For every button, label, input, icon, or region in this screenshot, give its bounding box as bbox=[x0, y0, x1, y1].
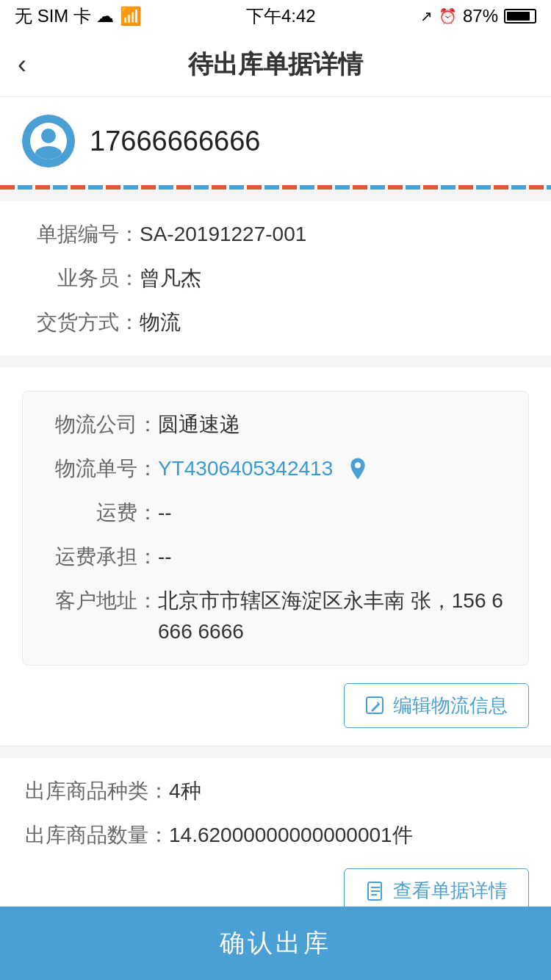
goods-qty-row: 出库商品数量： 14.62000000000000001件 bbox=[22, 820, 529, 851]
logistics-card: 物流公司： 圆通速递 物流单号： YT4306405342413 运费： -- … bbox=[22, 391, 529, 666]
dashed-divider bbox=[0, 185, 551, 190]
freight-value: -- bbox=[158, 497, 511, 528]
person-icon bbox=[30, 123, 67, 159]
logistics-company-label: 物流公司： bbox=[40, 409, 158, 440]
svg-point-2 bbox=[355, 462, 361, 468]
battery-pct: 87% bbox=[463, 6, 498, 26]
salesperson-label: 业务员： bbox=[22, 263, 140, 294]
wifi-icon: 📶 bbox=[120, 6, 142, 26]
section-divider bbox=[0, 746, 551, 746]
logistics-tracking-label: 物流单号： bbox=[40, 453, 158, 484]
alarm-icon: ⏰ bbox=[439, 7, 457, 25]
freight-bear-value: -- bbox=[158, 541, 511, 572]
user-header: 17666666666 bbox=[0, 97, 551, 185]
logistics-company-value: 圆通速递 bbox=[158, 409, 511, 440]
goods-qty-label: 出库商品数量： bbox=[22, 820, 169, 851]
location-arrow-icon: ↗ bbox=[420, 7, 433, 25]
freight-label: 运费： bbox=[40, 497, 158, 528]
battery-indicator bbox=[504, 9, 536, 24]
document-icon bbox=[365, 881, 386, 901]
status-left: 无 SIM 卡 ☁ 📶 bbox=[15, 4, 142, 28]
logistics-company-row: 物流公司： 圆通速递 bbox=[40, 409, 511, 440]
address-label: 客户地址： bbox=[40, 586, 158, 616]
edit-btn-row: 编辑物流信息 bbox=[22, 683, 529, 728]
doc-no-value: SA-20191227-001 bbox=[140, 219, 529, 250]
edit-logistics-button[interactable]: 编辑物流信息 bbox=[344, 683, 529, 728]
goods-section: 出库商品种类： 4种 出库商品数量： 14.62000000000000001件… bbox=[0, 758, 551, 931]
avatar bbox=[22, 115, 75, 167]
goods-qty-value: 14.62000000000000001件 bbox=[169, 820, 529, 851]
address-row: 客户地址： 北京市市辖区海淀区永丰南 张，156 6666 6666 bbox=[40, 586, 511, 647]
goods-type-row: 出库商品种类： 4种 bbox=[22, 776, 529, 807]
edit-icon bbox=[365, 696, 386, 716]
svg-point-1 bbox=[35, 146, 62, 159]
status-right: ↗ ⏰ 87% bbox=[420, 6, 536, 26]
status-time: 下午4:42 bbox=[246, 4, 316, 28]
logistics-section: 物流公司： 圆通速递 物流单号： YT4306405342413 运费： -- … bbox=[0, 367, 551, 746]
salesperson-row: 业务员： 曾凡杰 bbox=[22, 263, 529, 294]
view-details-label: 查看单据详情 bbox=[393, 878, 508, 904]
freight-row: 运费： -- bbox=[40, 497, 511, 528]
confirm-btn-wrap[interactable]: 确认出库 bbox=[0, 907, 551, 980]
nav-bar: ‹ 待出库单据详情 bbox=[0, 32, 551, 97]
user-phone: 17666666666 bbox=[90, 126, 260, 157]
goods-type-value: 4种 bbox=[169, 776, 529, 807]
status-bar: 无 SIM 卡 ☁ 📶 下午4:42 ↗ ⏰ 87% bbox=[0, 0, 551, 32]
goods-type-label: 出库商品种类： bbox=[22, 776, 169, 807]
page-title: 待出库单据详情 bbox=[188, 48, 363, 82]
avatar-icon bbox=[30, 123, 67, 159]
edit-logistics-label: 编辑物流信息 bbox=[393, 693, 508, 718]
svg-point-0 bbox=[41, 129, 56, 143]
map-pin-icon bbox=[346, 457, 370, 480]
address-value: 北京市市辖区海淀区永丰南 张，156 6666 6666 bbox=[158, 586, 511, 647]
confirm-btn-text: 确认出库 bbox=[220, 926, 331, 960]
delivery-label: 交货方式： bbox=[22, 307, 140, 338]
freight-bear-label: 运费承担： bbox=[40, 541, 158, 572]
logistics-tracking-value: YT4306405342413 bbox=[158, 453, 511, 484]
delivery-value: 物流 bbox=[140, 307, 529, 338]
salesperson-value: 曾凡杰 bbox=[140, 263, 529, 294]
svg-rect-3 bbox=[367, 697, 383, 713]
doc-no-label: 单据编号： bbox=[22, 219, 140, 250]
logistics-tracking-row: 物流单号： YT4306405342413 bbox=[40, 453, 511, 484]
sim-label: 无 SIM 卡 ☁ bbox=[15, 4, 114, 28]
freight-bear-row: 运费承担： -- bbox=[40, 541, 511, 572]
delivery-row: 交货方式： 物流 bbox=[22, 307, 529, 338]
basic-info-section: 单据编号： SA-20191227-001 业务员： 曾凡杰 交货方式： 物流 bbox=[0, 201, 551, 356]
doc-no-row: 单据编号： SA-20191227-001 bbox=[22, 219, 529, 250]
back-button[interactable]: ‹ bbox=[18, 49, 26, 80]
